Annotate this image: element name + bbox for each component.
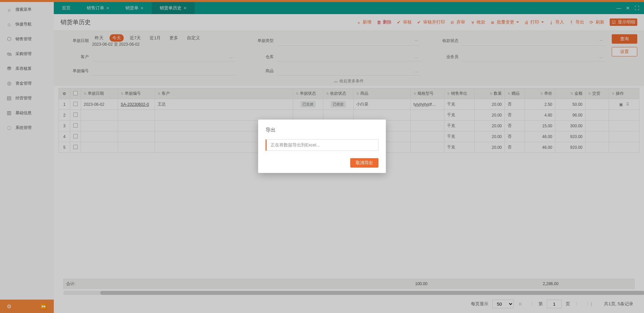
modal-overlay: 导出 正在将数据导出到Excel... 取消导出 <box>0 0 644 313</box>
modal-message: 正在将数据导出到Excel... <box>266 139 378 151</box>
export-modal: 导出 正在将数据导出到Excel... 取消导出 <box>258 120 386 173</box>
modal-title: 导出 <box>266 127 378 133</box>
cancel-export-button[interactable]: 取消导出 <box>350 158 378 168</box>
